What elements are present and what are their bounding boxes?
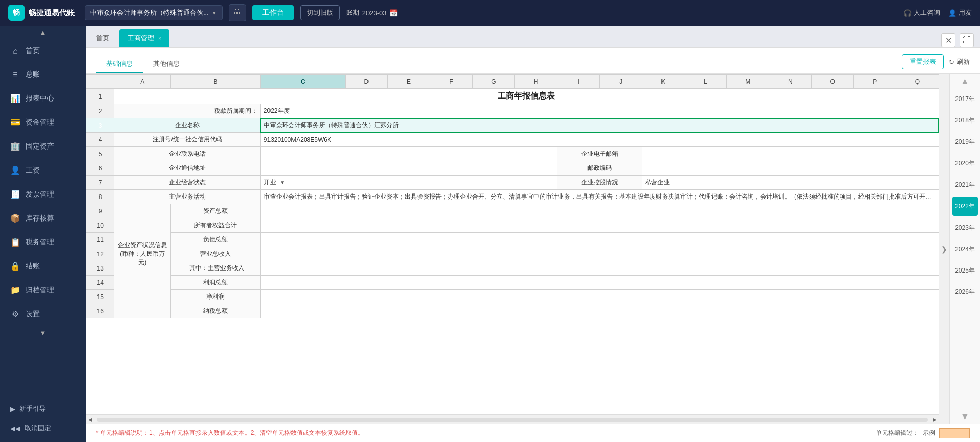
- year-item-2024[interactable]: 2024年: [952, 239, 978, 259]
- right-year-panel: ▲ 2017年 2018年 2019年 2020年 2021年 2022年 20…: [949, 74, 980, 424]
- sidebar-item-ledger[interactable]: ≡ 总账: [0, 63, 86, 86]
- horizontal-scrollbar[interactable]: ◀ ▶: [86, 414, 939, 424]
- ai-consult-button[interactable]: 🎧 人工咨询: [903, 8, 940, 17]
- year-item-2022[interactable]: 2022年: [952, 197, 978, 216]
- row-num: 7: [86, 176, 114, 190]
- tab-close-button[interactable]: ✕: [941, 33, 955, 47]
- year-item-2019[interactable]: 2019年: [952, 132, 978, 152]
- headset-icon: 🎧: [903, 9, 912, 17]
- home-icon: ⌂: [10, 46, 20, 56]
- sidebar-item-home[interactable]: ⌂ 首页: [0, 39, 86, 63]
- ctrl-value-cell[interactable]: 私营企业: [642, 176, 939, 190]
- company-value-cell[interactable]: 中审众环会计师事务所（特殊普通合伙）江苏分所: [260, 118, 939, 133]
- tab-expand-button[interactable]: ⛶: [960, 33, 974, 47]
- assets-value-cell[interactable]: [260, 204, 939, 218]
- sidebar-scroll-up[interactable]: ▲: [0, 26, 86, 39]
- hscroll-right-arrow[interactable]: ▶: [930, 415, 939, 424]
- revenue-total-value-cell[interactable]: [260, 247, 939, 261]
- sidebar-item-label: 库存核算: [26, 214, 54, 223]
- address-label-cell: 企业通信地址: [114, 161, 260, 176]
- spreadsheet-container[interactable]: A B C D E F G H I J: [86, 74, 939, 414]
- email-value-cell[interactable]: [642, 147, 939, 161]
- archive-icon: 📁: [10, 285, 20, 295]
- status-bar: * 单元格编辑说明：1、点击单元格直接录入数值或文本。2、清空单元格数值或文本恢…: [86, 424, 980, 442]
- subtab-basic-info[interactable]: 基础信息: [96, 55, 143, 73]
- activity-value-cell[interactable]: 审查企业会计报表；出具审计报告；验证企业资本；出具验资报告；办理企业合开、分立、…: [260, 190, 939, 204]
- row-num: 1: [86, 89, 114, 104]
- sidebar-unpin[interactable]: ◀◀ 取消固定: [0, 419, 86, 438]
- hscroll-track[interactable]: [97, 418, 928, 422]
- tab-home[interactable]: 首页: [88, 29, 117, 47]
- year-panel-scroll-down[interactable]: ▼: [950, 409, 980, 424]
- period-label-cell: 税款所属期间：: [114, 104, 260, 118]
- sidebar-item-invoice[interactable]: 🧾 发票管理: [0, 182, 86, 206]
- biz-status-value-cell[interactable]: 开业 ▼: [260, 176, 557, 190]
- user-area[interactable]: 👤 用友: [948, 8, 972, 17]
- company-selector[interactable]: 中审众环会计师事务所（特殊普通合伙... ▼: [85, 5, 223, 20]
- equity-value-cell[interactable]: [260, 218, 939, 233]
- year-item-2025[interactable]: 2025年: [952, 261, 978, 280]
- user-label: 用友: [959, 8, 972, 17]
- sidebar-item-archive[interactable]: 📁 归档管理: [0, 278, 86, 302]
- regcode-value-cell[interactable]: 91320100MA208E5W6K: [260, 133, 939, 147]
- sidebar-item-payroll[interactable]: 👤 工资: [0, 158, 86, 182]
- workbench-button[interactable]: 工作台: [252, 5, 294, 20]
- period-value-cell[interactable]: 2022年度: [260, 104, 939, 118]
- switch-version-button[interactable]: 切到旧版: [300, 5, 340, 20]
- year-panel-scroll-up[interactable]: ▲: [950, 74, 980, 88]
- year-item-2023[interactable]: 2023年: [952, 218, 978, 237]
- sidebar-item-label: 首页: [26, 46, 40, 56]
- refresh-button[interactable]: ↻ 刷新: [949, 57, 970, 66]
- sidebar-item-closing[interactable]: 🔒 结账: [0, 254, 86, 278]
- sidebar-item-label: 设置: [26, 310, 40, 319]
- collapse-panel[interactable]: ❯: [939, 74, 949, 424]
- sidebar-newbie-guide[interactable]: ▶ 新手引导: [0, 399, 86, 419]
- subtab-other-info[interactable]: 其他信息: [143, 55, 190, 73]
- year-panel-scroll: 2017年 2018年 2019年 2020年 2021年 2022年 2023…: [950, 88, 980, 409]
- liability-value-cell[interactable]: [260, 233, 939, 247]
- tab-bar-actions: ✕ ⛶: [935, 33, 980, 47]
- table-row: 9 企业资产状况信息(币种：人民币万元) 资产总额: [86, 204, 939, 218]
- sidebar-item-tax[interactable]: 📋 税务管理: [0, 230, 86, 254]
- sidebar-item-finance[interactable]: 💳 资金管理: [0, 110, 86, 134]
- sidebar-item-reports[interactable]: 📊 报表中心: [0, 86, 86, 110]
- sheet-title-cell[interactable]: 工商年报信息表: [114, 89, 939, 104]
- company-icon-btn[interactable]: 🏛: [229, 4, 246, 21]
- tab-bizmanage[interactable]: 工商管理 ×: [119, 29, 169, 47]
- profit-value-cell[interactable]: [260, 276, 939, 290]
- sidebar-item-label: 资金管理: [26, 118, 54, 127]
- table-row: 11 负债总额: [86, 233, 939, 247]
- company-label-cell: 企业名称: [114, 118, 260, 133]
- asset-info-label-cell: 企业资产状况信息(币种：人民币万元): [114, 204, 171, 304]
- contact-value-cell[interactable]: [260, 147, 557, 161]
- col-h-header: H: [515, 75, 557, 89]
- sidebar-bottom: ▶ 新手引导 ◀◀ 取消固定: [0, 395, 86, 442]
- table-row: 6 企业通信地址 邮政编码: [86, 161, 939, 176]
- main-revenue-value-cell[interactable]: [260, 261, 939, 276]
- example-label: 示例: [923, 429, 935, 437]
- logo-area: 畅 畅捷通易代账: [8, 5, 75, 21]
- reset-report-button[interactable]: 重置报表: [902, 54, 944, 69]
- sidebar-item-settings[interactable]: ⚙ 设置: [0, 302, 86, 326]
- postcode-value-cell[interactable]: [642, 161, 939, 176]
- sidebar-item-assets[interactable]: 🏢 固定资产: [0, 134, 86, 158]
- tab-close-icon[interactable]: ×: [158, 35, 161, 41]
- year-item-2018[interactable]: 2018年: [952, 111, 978, 130]
- sidebar-scroll-down[interactable]: ▼: [0, 326, 86, 340]
- dropdown-icon[interactable]: ▼: [280, 180, 285, 185]
- net-profit-value-cell[interactable]: [260, 290, 939, 304]
- year-item-2026[interactable]: 2026年: [952, 282, 978, 302]
- year-item-2020[interactable]: 2020年: [952, 154, 978, 173]
- tax-value-cell[interactable]: [260, 304, 939, 318]
- table-row: 12 营业总收入: [86, 247, 939, 261]
- sidebar-item-label: 发票管理: [26, 190, 54, 199]
- corner-cell: [86, 75, 114, 89]
- calendar-icon[interactable]: 📅: [389, 9, 398, 17]
- address-value-cell[interactable]: [260, 161, 557, 176]
- year-item-2021[interactable]: 2021年: [952, 175, 978, 194]
- year-item-2017[interactable]: 2017年: [952, 89, 978, 109]
- col-a-header: A: [114, 75, 171, 89]
- sidebar-item-inventory[interactable]: 📦 库存核算: [0, 206, 86, 230]
- hscroll-left-arrow[interactable]: ◀: [86, 415, 95, 424]
- invoice-icon: 🧾: [10, 189, 20, 199]
